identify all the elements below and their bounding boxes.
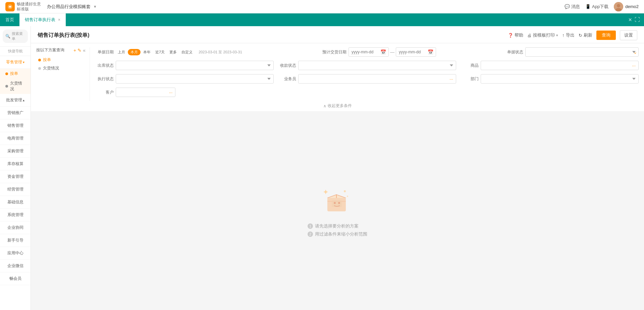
print-icon: 🖨 (527, 33, 532, 38)
customer-input-wrap[interactable]: ··· (116, 88, 175, 97)
tab-bar-actions: × ⛶ (624, 16, 644, 23)
sidebar-item-sales[interactable]: 销售管理 (0, 119, 31, 132)
refresh-label: 刷新 (584, 32, 592, 38)
logo-text: 畅捷通好生意 标准版 (17, 2, 41, 11)
print-dropdown-icon[interactable]: ▾ (556, 33, 558, 38)
export-button[interactable]: ↑ 导出 (562, 32, 575, 38)
sidebar-item-wechat[interactable]: 企业微信 (0, 260, 31, 272)
sidebar-item-system[interactable]: 系统管理 (0, 209, 31, 221)
goods-input-wrap[interactable]: ··· (481, 61, 639, 70)
salesperson-more-icon[interactable]: ··· (449, 76, 453, 82)
department-select[interactable] (481, 74, 639, 84)
settings-button[interactable]: 设置 (620, 30, 637, 40)
exec-status-label: 执行状态 (95, 76, 114, 82)
collapse-icon: ∧ (323, 104, 326, 108)
sidebar-item-retail[interactable]: 零售管理 ▾ (0, 56, 31, 69)
doc-status-more-icon[interactable]: ⌄ (633, 49, 637, 55)
dot-icon (5, 72, 8, 75)
active-dot-icon (38, 59, 41, 61)
scheme-add-icon[interactable]: + (73, 48, 76, 53)
top-bar: 畅捷通好生意 标准版 办公用品行业模拟账套 ▾ 💬 消息 📱 App下载 dem… (0, 0, 644, 13)
customer-more-icon[interactable]: ··· (169, 90, 173, 95)
print-button[interactable]: 🖨 按模板打印 ▾ (527, 32, 558, 38)
sidebar-item-operation[interactable]: 经营管理 (0, 183, 31, 196)
filter-field-warehouse-status: 出库状态 (95, 61, 274, 70)
sidebar-item-wholesale[interactable]: 批发管理 ▴ (0, 94, 31, 107)
goods-label: 商品 (460, 63, 479, 68)
sidebar-item-cooperation[interactable]: 企业协同 (0, 221, 31, 234)
scheme-item-by-order[interactable]: 按单 (36, 56, 86, 64)
tab-home[interactable]: 首页 (0, 13, 19, 26)
date-from-input[interactable] (348, 47, 389, 57)
doc-status-label: 单据状态 (505, 49, 523, 55)
warehouse-status-select[interactable] (116, 61, 274, 70)
sidebar-subitem-debt[interactable]: 欠货情况 (0, 79, 31, 94)
page-title: 销售订单执行表(按单) (38, 32, 90, 39)
salesperson-input-wrap[interactable]: ··· (298, 74, 456, 84)
sidebar-subitem-order[interactable]: 按单 (0, 69, 31, 79)
user-menu[interactable]: demo2 (614, 2, 639, 11)
sidebar-item-finance[interactable]: 资金管理 (0, 170, 31, 183)
message-button[interactable]: 💬 消息 (565, 4, 580, 10)
date-tabs: 上月 本月 本年 近7天 更多 自定义 (116, 49, 195, 55)
search-icon: 🔍 (5, 34, 10, 39)
help-icon: ❓ (508, 33, 513, 38)
payment-status-select[interactable] (298, 61, 456, 70)
close-window-icon[interactable]: × (628, 16, 632, 23)
filter-row-2: 出库状态 收款状态 商品 (95, 61, 639, 70)
filter-field-salesperson: 业务员 ··· (278, 74, 456, 84)
inactive-dot-icon (38, 67, 41, 70)
user-avatar (614, 2, 623, 11)
retail-submenu: 按单 欠货情况 (0, 69, 31, 94)
app-dropdown-icon[interactable]: ▾ (94, 4, 96, 9)
sidebar-search-area: 🔍 搜索菜单 (0, 26, 31, 47)
date-tab-current-year[interactable]: 本年 (141, 49, 153, 55)
app-logo-icon (5, 2, 15, 11)
svg-point-9 (334, 202, 336, 204)
sidebar-item-basic[interactable]: 基础信息 (0, 196, 31, 209)
date-tab-more[interactable]: 更多 (167, 49, 179, 55)
date-range-text: 2023-03-01 至 2023-03-31 (199, 50, 242, 55)
help-button[interactable]: ❓ 帮助 (508, 32, 523, 38)
sidebar-item-guide[interactable]: 新手引导 (0, 234, 31, 247)
warehouse-status-label: 出库状态 (95, 63, 114, 68)
sidebar-item-purchase[interactable]: 采购管理 (0, 145, 31, 158)
scheme-collapse-button[interactable]: « (83, 48, 86, 53)
svg-point-10 (338, 202, 340, 204)
empty-tip-2: 2 用过滤条件来缩小分析范围 (308, 231, 367, 237)
app-download-button[interactable]: 📱 App下载 (585, 4, 608, 10)
date-tab-last-7days[interactable]: 近7天 (153, 49, 167, 55)
refresh-button[interactable]: ↻ 刷新 (579, 32, 592, 38)
date-tab-last-month[interactable]: 上月 (116, 49, 127, 55)
exec-status-select[interactable] (116, 74, 274, 84)
date-tab-custom[interactable]: 自定义 (179, 49, 195, 55)
sidebar-item-member[interactable]: 畅会员 (0, 272, 31, 285)
date-to-input[interactable] (396, 47, 436, 57)
scheme-label-by-order: 按单 (43, 57, 51, 63)
tab-close-icon[interactable]: × (58, 17, 60, 22)
filter-field-doc-date: 单据日期 上月 本月 本年 近7天 更多 自定义 2023-03-01 至 20… (95, 49, 318, 55)
sidebar-item-inventory[interactable]: 库存核算 (0, 158, 31, 170)
tab-sales-order[interactable]: 销售订单执行表 × (19, 13, 66, 26)
collapse-label: 收起更多条件 (328, 103, 352, 109)
collapse-bar[interactable]: ∧ 收起更多条件 (31, 101, 644, 111)
export-icon: ↑ (562, 33, 565, 38)
payment-status-label: 收款状态 (278, 63, 296, 68)
date-separator: — (389, 50, 396, 55)
chevron-down-icon: ▾ (23, 60, 24, 64)
date-tab-current-month[interactable]: 本月 (128, 49, 141, 55)
doc-status-select[interactable] (525, 47, 639, 57)
goods-more-icon[interactable]: ··· (632, 63, 636, 68)
sidebar: 🔍 搜索菜单 快捷导航 零售管理 ▾ 按单 欠货情况 批发管理 ▴ 营销推广 销… (0, 26, 31, 310)
fullscreen-icon[interactable]: ⛶ (635, 17, 640, 23)
scheme-panel: 按以下方案查询 + ✎ « 按单 欠货情况 (36, 47, 90, 101)
sidebar-search-button[interactable]: 🔍 搜索菜单 (3, 30, 28, 43)
search-button[interactable]: 查询 (596, 31, 616, 40)
scheme-item-by-debt[interactable]: 欠货情况 (36, 64, 86, 72)
sidebar-item-appstore[interactable]: 应用中心 (0, 247, 31, 260)
scheme-edit-icon[interactable]: ✎ (77, 48, 82, 53)
sidebar-item-ecommerce[interactable]: 电商管理 (0, 132, 31, 145)
sidebar-item-marketing[interactable]: 营销推广 (0, 107, 31, 119)
tip-text-2: 用过滤条件来缩小分析范围 (315, 231, 367, 237)
filter-row-4: 客户 ··· (95, 88, 639, 97)
